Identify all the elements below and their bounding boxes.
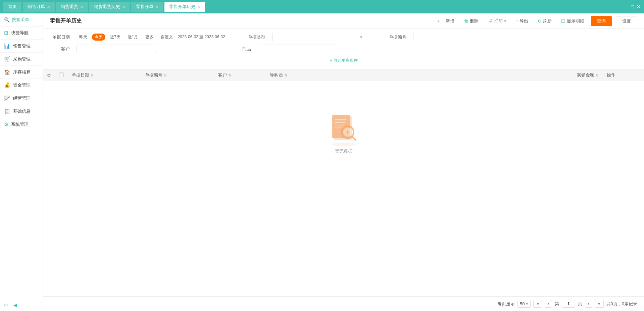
query-button[interactable]: 查询	[591, 16, 612, 26]
tab-sales-return-history[interactable]: 销货退货历史 ✕	[89, 2, 130, 12]
sidebar-bottom: ⚙ ◀	[0, 299, 43, 311]
main-layout: 🔍 搜索采单 ⊞ 快捷导航 📊 销售管理 🛒 采购管理 🏠 库存核算 💰 资金管…	[0, 13, 644, 311]
sidebar-item-system[interactable]: ⚙ 系统管理	[0, 118, 43, 131]
settings-gear-icon[interactable]: ⚙	[4, 303, 8, 308]
sidebar-item-basic-info[interactable]: 📋 基础信息	[0, 105, 43, 118]
data-table: ⚙ 单据日期 单据编号 客户	[43, 69, 644, 181]
table-header: ⚙ 单据日期 单据编号 客户	[43, 69, 644, 81]
finance-icon: 💰	[4, 82, 10, 88]
th-customer[interactable]: 客户	[214, 69, 266, 81]
date-more[interactable]: 更多	[143, 34, 156, 41]
filter-dates: 昨天 今天 近7天 近1月 更多 自定义 2023-06-02 至 2023-0…	[77, 34, 225, 41]
setting-button[interactable]: 设置	[616, 16, 637, 26]
date-custom[interactable]: 自定义	[158, 34, 176, 41]
date-yesterday[interactable]: 昨天	[77, 34, 90, 41]
delete-icon: 🗑	[464, 18, 468, 24]
print-button[interactable]: 🖨 打印 ▾	[485, 17, 509, 25]
export-icon: ↑	[516, 18, 518, 24]
content-header: 零售开单历史 ＋ + 新增 🗑 删除 🖨 打印 ▾ ↑ 导出	[43, 13, 644, 29]
tab-retail-history[interactable]: 零售开单历史 ✕	[164, 2, 205, 12]
window-controls: ─ □ ✕	[625, 4, 641, 9]
doc-number-label: 单据编号	[386, 34, 406, 40]
th-doc-number[interactable]: 单据编号	[141, 69, 214, 81]
sales-icon: 📊	[4, 43, 10, 49]
sidebar-item-purchase-mgmt[interactable]: 🛒 采购管理	[0, 53, 43, 66]
collapse-button[interactable]: ∧ 收起更多条件	[325, 56, 362, 65]
di-label: 第	[555, 301, 559, 307]
page-number-input[interactable]	[562, 300, 575, 308]
close-tab-sales-order[interactable]: ✕	[47, 5, 50, 9]
pagination: 每页显示 50 ▾ « ‹ 第 页 › » 共0页，0条记录	[43, 296, 644, 311]
refresh-button[interactable]: ↻ 刷新	[535, 17, 554, 25]
close-tab-sales-return-history[interactable]: ✕	[122, 5, 125, 9]
doc-type-select[interactable]: ▾	[272, 33, 366, 41]
date-7days[interactable]: 近7天	[107, 34, 123, 41]
empty-cell: 暂无数据	[43, 81, 644, 182]
add-button[interactable]: ＋ + 新增	[433, 17, 457, 25]
th-salesperson[interactable]: 导购员	[266, 69, 328, 81]
page-size-arrow: ▾	[526, 301, 528, 306]
sidebar-item-operations[interactable]: 📈 经营管理	[0, 92, 43, 105]
last-page-btn[interactable]: »	[595, 300, 603, 308]
sidebar: 🔍 搜索采单 ⊞ 快捷导航 📊 销售管理 🛒 采购管理 🏠 库存核算 💰 资金管…	[0, 13, 43, 311]
export-button[interactable]: ↑ 导出	[513, 17, 531, 25]
print-icon: 🖨	[488, 18, 493, 24]
page-summary: 共0页，0条记录	[606, 301, 637, 307]
first-page-btn[interactable]: «	[533, 300, 542, 308]
doc-type-label: 单据类型	[245, 34, 265, 40]
basic-info-icon: 📋	[4, 108, 10, 114]
empty-text: 暂无数据	[335, 148, 352, 154]
sidebar-search[interactable]: 🔍 搜索采单	[0, 13, 43, 27]
next-page-btn[interactable]: ›	[585, 300, 592, 308]
minimize-btn[interactable]: ─	[625, 4, 629, 9]
delete-button[interactable]: 🗑 删除	[461, 17, 481, 25]
th-settings[interactable]: ⚙	[43, 69, 55, 81]
filter-row-1: 单据日期 昨天 今天 近7天 近1月 更多 自定义 2023-06-02 至 2…	[50, 33, 637, 41]
doc-number-input[interactable]	[413, 33, 507, 41]
sidebar-item-sales-mgmt[interactable]: 📊 销售管理	[0, 40, 43, 53]
header-actions: ＋ + 新增 🗑 删除 🖨 打印 ▾ ↑ 导出 ↻	[433, 16, 637, 26]
display-detail-button[interactable]: ☐ 显示明细	[558, 17, 587, 25]
th-doc-date[interactable]: 单据日期	[68, 69, 141, 81]
table-body: 暂无数据	[43, 81, 644, 182]
collapse-sidebar-icon[interactable]: ◀	[13, 303, 17, 308]
close-tab-retail-history[interactable]: ✕	[197, 5, 200, 9]
date-1month[interactable]: 近1月	[125, 34, 141, 41]
svg-point-0	[332, 143, 355, 146]
close-btn[interactable]: ✕	[637, 4, 641, 9]
sidebar-item-inventory[interactable]: 🏠 库存核算	[0, 66, 43, 79]
sidebar-item-finance[interactable]: 💰 资金管理	[0, 79, 43, 92]
tab-home[interactable]: 首页	[3, 2, 21, 12]
customer-dots-btn[interactable]: ...	[150, 46, 153, 51]
maximize-btn[interactable]: □	[631, 4, 634, 9]
doc-type-arrow: ▾	[360, 35, 362, 40]
operations-icon: 📈	[4, 95, 10, 101]
tab-sales-order[interactable]: 销售订单 ✕	[23, 2, 55, 12]
top-navigation: 首页 销售订单 ✕ 销货退货 ✕ 销货退货历史 ✕ 零售开单 ✕ 零售开单历史 …	[0, 0, 644, 13]
page-size-select[interactable]: 50 ▾	[517, 300, 531, 308]
th-checkbox[interactable]	[55, 69, 68, 81]
close-tab-retail-open[interactable]: ✕	[155, 5, 158, 9]
sidebar-item-quick-nav[interactable]: ⊞ 快捷导航	[0, 27, 43, 40]
filter-row-2: 客户 ... 商品 ...	[50, 45, 637, 53]
table-area: ⚙ 单据日期 单据编号 客户	[43, 69, 644, 296]
prev-page-btn[interactable]: ‹	[545, 300, 552, 308]
page-label: 页	[578, 301, 582, 307]
date-label: 单据日期	[50, 34, 70, 40]
select-all-checkbox[interactable]	[59, 72, 64, 77]
empty-row: 暂无数据	[43, 81, 644, 182]
quick-nav-icon: ⊞	[4, 30, 8, 36]
date-today[interactable]: 今天	[92, 34, 105, 41]
product-dots-btn[interactable]: ...	[331, 46, 335, 51]
inventory-icon: 🏠	[4, 69, 10, 75]
empty-state: 暂无数据	[43, 81, 644, 181]
tab-sales-return[interactable]: 销货退货 ✕	[56, 2, 88, 12]
tab-retail-open[interactable]: 零售开单 ✕	[131, 2, 163, 12]
display-icon: ☐	[561, 18, 565, 24]
th-action: 操作	[603, 69, 644, 81]
th-amount[interactable]: 实销金额	[530, 69, 603, 81]
header-row: ⚙ 单据日期 单据编号 客户	[43, 69, 644, 81]
add-icon: ＋	[436, 18, 441, 24]
close-tab-sales-return[interactable]: ✕	[80, 5, 83, 9]
print-dropdown-icon: ▾	[504, 18, 506, 23]
